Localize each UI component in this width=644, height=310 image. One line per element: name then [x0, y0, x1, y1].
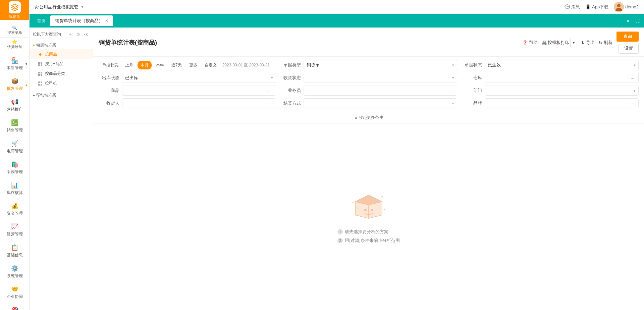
sidebar-item-operation[interactable]: 📈 经营管理 — [0, 220, 29, 241]
user-menu[interactable]: demo2 — [614, 2, 639, 12]
collapse-bar[interactable]: ∧ 收起更多条件 — [93, 112, 644, 123]
out-status-input[interactable]: 已出库 ▾ — [122, 73, 276, 83]
sidebar-item-marketing[interactable]: 📢 营销推广 — [0, 95, 29, 116]
salesman-input[interactable]: ··· — [304, 86, 458, 96]
tab-expand-button[interactable]: ⛶ — [633, 17, 641, 25]
date-btn-current-month[interactable]: 本月 — [138, 61, 152, 69]
tab-minimize-button[interactable]: ✕ — [624, 17, 632, 25]
export-icon: ⬇ — [581, 40, 585, 45]
filter-row-3: 商品 ··· 业务员 ··· 部门 — [99, 86, 639, 96]
quick-nav-item[interactable]: ⭐ 快捷导航 — [0, 37, 29, 51]
refresh-button[interactable]: ↻ 刷新 — [599, 40, 612, 46]
sidebar-item-inventory[interactable]: 📊 库存核算 — [0, 178, 29, 199]
warehouse-dots[interactable]: ··· — [629, 75, 636, 81]
scheme-item-by-month-goods[interactable]: 按月+商品 — [30, 59, 93, 69]
warehouse-input[interactable]: ··· — [485, 73, 639, 83]
message-icon: 💬 — [565, 4, 570, 9]
sidebar-item-sales[interactable]: 💹 销售管理 — [0, 116, 29, 137]
ecommerce-label: 电商管理 — [7, 148, 23, 154]
svg-point-20 — [371, 209, 373, 211]
svg-rect-9 — [41, 74, 42, 76]
sidebar-item-basic[interactable]: 📋 基础信息 — [0, 241, 29, 261]
sidebar-item-retail[interactable]: 🏪 零售管理 ▾ — [0, 53, 29, 74]
expand-icon: ⛶ — [635, 18, 640, 23]
dept-input[interactable]: ▾ — [485, 86, 639, 96]
settings-button[interactable]: 设置 — [619, 43, 639, 54]
sidebar-item-system[interactable]: ⚙️ 系统管理 — [0, 261, 29, 282]
scheme-item-by-cashier[interactable]: 按司机 — [30, 79, 93, 88]
sidebar-item-newbie[interactable]: 🎯 新手引导 — [0, 303, 29, 310]
tab-sales-stat[interactable]: 销货单统计表（按商品） ✕ — [50, 15, 113, 26]
doc-status-value: 已生效 — [488, 62, 501, 68]
svg-rect-13 — [41, 84, 42, 86]
goods-input[interactable]: ··· — [122, 86, 276, 96]
receipt-status-input[interactable]: ▾ — [304, 73, 458, 83]
export-button[interactable]: ⬇ 导出 — [581, 40, 595, 46]
date-btn-prev-month[interactable]: 上月 — [122, 61, 136, 69]
date-btn-more[interactable]: 更多 — [186, 61, 200, 69]
doc-type-label: 单据类型 — [280, 62, 304, 68]
by-goods-cat-label: 按商品分类 — [45, 71, 65, 76]
logo-icon — [9, 1, 21, 13]
filter-cell-payment: 结算方式 ▾ — [280, 98, 458, 108]
basic-label: 基础信息 — [7, 252, 23, 258]
search-icon: 🔍 — [12, 25, 17, 30]
receipt-status-label: 收款状态 — [280, 75, 304, 81]
doc-status-input[interactable]: 已生效 ▾ — [485, 60, 639, 70]
salesman-dots[interactable]: ··· — [448, 88, 454, 93]
payment-input[interactable]: ▾ — [304, 98, 458, 108]
app-download-button[interactable]: 📱 App下载 — [585, 4, 608, 10]
date-btn-custom[interactable]: 自定义 — [202, 61, 220, 69]
search-menu-item[interactable]: 🔍 搜索菜单 — [0, 23, 29, 37]
print-button[interactable]: 🖨️ 按模板打印 ▾ — [542, 38, 577, 47]
date-btn-7days[interactable]: 近7天 — [168, 61, 185, 69]
doc-status-arrow: ▾ — [634, 63, 636, 67]
mobile-scheme-toggle[interactable]: ▸ 移动端方案 — [30, 91, 93, 99]
tab-close-icon[interactable]: ✕ — [105, 18, 108, 23]
page-header-actions: ❓ 帮助 🖨️ 按模板打印 ▾ ⬇ 导出 ↻ 刷新 — [522, 32, 639, 54]
svg-text:✦: ✦ — [380, 195, 384, 199]
brand-input[interactable]: ··· — [485, 98, 639, 108]
sidebar-item-wholesale[interactable]: 📦 批发管理 ▴ — [0, 74, 29, 95]
retail-label: 零售管理 — [7, 65, 23, 71]
sidebar-item-purchase[interactable]: 🛍️ 采购管理 — [0, 157, 29, 178]
edit-scheme-button[interactable]: ⊙ — [75, 31, 82, 38]
print-dropdown-arrow[interactable]: ▾ — [570, 38, 577, 47]
sidebar-item-ecommerce[interactable]: 🛒 电商管理 — [0, 137, 29, 157]
left-panel-actions: ＋ ⊙ ≪ — [67, 31, 90, 38]
topbar: 办公用品行业模拟账套 ▾ 💬 消息 📱 App下载 demo2 — [30, 0, 644, 14]
date-range-display: 2023-03-01 至 2023-03-31 — [222, 62, 270, 68]
left-panel-title: 按以下方案查询 — [33, 32, 61, 37]
desktop-scheme-label: 电脑端方案 — [36, 42, 56, 48]
content-area: 按以下方案查询 ＋ ⊙ ≪ ▾ 电脑端方案 ● 按商品 — [30, 28, 644, 310]
sidebar-item-finance[interactable]: 💰 资金管理 — [0, 199, 29, 220]
dept-label: 部门 — [461, 88, 485, 94]
topbar-dropdown-icon[interactable]: ▾ — [81, 4, 84, 9]
date-btn-year[interactable]: 本年 — [153, 61, 167, 69]
desktop-scheme-toggle[interactable]: ▾ 电脑端方案 — [30, 41, 93, 49]
consignee-dots[interactable]: ··· — [267, 101, 273, 106]
svg-text:✦: ✦ — [384, 208, 385, 210]
doc-type-input[interactable]: 销货单 ▾ — [304, 60, 458, 70]
collapse-up-icon: ∧ — [355, 115, 358, 120]
brand-dots[interactable]: ··· — [629, 101, 636, 106]
collapse-scheme-button[interactable]: ≪ — [83, 31, 90, 38]
doc-type-arrow: ▾ — [452, 63, 454, 67]
query-button[interactable]: 查询 — [616, 32, 639, 42]
retail-icon: 🏪 — [11, 57, 18, 64]
print-label: 按模板打印 — [548, 40, 570, 46]
receipt-status-arrow: ▾ — [452, 76, 454, 80]
consignee-label: 收货人 — [99, 100, 122, 106]
tab-home[interactable]: 首页 — [32, 15, 50, 26]
scheme-item-by-goods-cat[interactable]: 按商品分类 — [30, 69, 93, 79]
svg-point-19 — [364, 209, 367, 211]
add-scheme-button[interactable]: ＋ — [67, 31, 73, 38]
scheme-item-by-goods[interactable]: ● 按商品 — [30, 49, 93, 59]
consignee-input[interactable]: ··· — [122, 98, 276, 108]
sidebar-item-corp[interactable]: 🤝 企业协同 — [0, 282, 29, 303]
empty-state-icon: ✦ ✦ ✦ — [348, 190, 389, 223]
message-button[interactable]: 💬 消息 — [565, 4, 580, 10]
export-label: 导出 — [586, 40, 595, 46]
help-button[interactable]: ❓ 帮助 — [522, 40, 538, 46]
goods-dots[interactable]: ··· — [267, 88, 273, 93]
